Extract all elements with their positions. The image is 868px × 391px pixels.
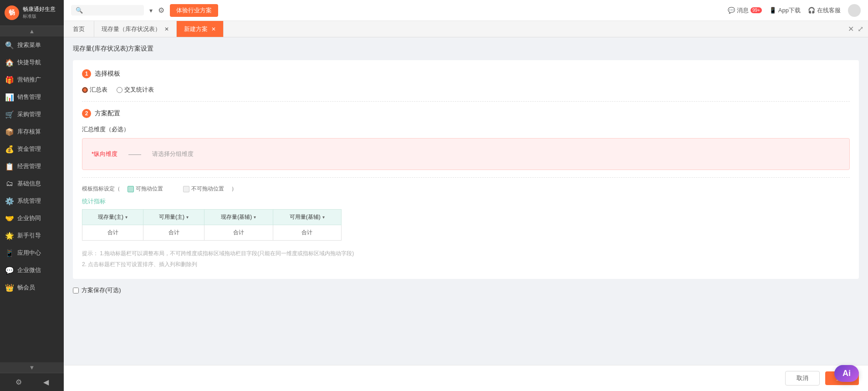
sidebar-item-shortcut[interactable]: 🏠 快捷导航 [0, 54, 64, 71]
main-area: 🔍 ▾ ⚙ 体验行业方案 💬 消息 99+ 📱 App下载 🎧 在线客服 [64, 0, 868, 391]
radio-summary-label[interactable]: 汇总表 [82, 86, 107, 94]
sidebar-item-basic[interactable]: 🗂 基础信息 [0, 175, 64, 192]
sidebar-item-search[interactable]: 🔍 搜索菜单 [0, 36, 64, 54]
table-th-3: 现存量(基辅) ▾ [204, 210, 273, 225]
sidebar-item-label: 采购管理 [17, 110, 41, 118]
settings-icon[interactable]: ⚙ [15, 378, 22, 386]
sidebar-item-label: 系统管理 [17, 197, 41, 205]
online-service-button[interactable]: 🎧 在线客服 [808, 6, 841, 15]
sidebar-item-label: 企业协同 [17, 214, 41, 222]
tab-inventory[interactable]: 现存量（库存状况表） ✕ [94, 21, 177, 37]
chevron-down-icon-2[interactable]: ▾ [186, 215, 189, 220]
sidebar-item-finance[interactable]: 💰 资金管理 [0, 140, 64, 158]
step2-header: 2 方案配置 [82, 109, 850, 118]
table-row: 合计 合计 合计 合计 [82, 225, 342, 241]
metric-end: ） [231, 185, 237, 193]
chevron-down-icon-1[interactable]: ▾ [125, 215, 128, 220]
sidebar-item-marketing[interactable]: 🎁 营销推广 [0, 71, 64, 88]
chevron-down-icon-4[interactable]: ▾ [322, 215, 325, 220]
trial-industry-button[interactable]: 体验行业方案 [170, 4, 218, 17]
radio-summary[interactable] [82, 87, 88, 93]
message-icon: 💬 [728, 7, 735, 14]
ai-fab-button[interactable]: Ai [834, 365, 859, 382]
radio-cross-label[interactable]: 交叉统计表 [117, 86, 154, 94]
step1-title: 选择模板 [95, 70, 120, 78]
app-download-label: App下载 [778, 6, 801, 15]
sidebar-item-operations[interactable]: 📋 经营管理 [0, 158, 64, 175]
sidebar-item-sales[interactable]: 📊 销售管理 [0, 88, 64, 106]
sidebar-item-label: 应用中心 [17, 249, 41, 257]
tab-new-plan-label: 新建方案 [184, 25, 208, 33]
sidebar-item-label: 营销推广 [17, 76, 41, 84]
tabs-bar: 首页 现存量（库存状况表） ✕ 新建方案 ✕ ✕ ⤢ [64, 21, 868, 37]
legend-draggable: 可拖动位置 [128, 185, 163, 193]
table-cell-1: 合计 [82, 225, 143, 241]
chart-icon: 📊 [5, 93, 14, 101]
message-label: 消息 [737, 6, 749, 15]
sidebar-item-inventory[interactable]: 📦 库存核算 [0, 123, 64, 140]
save-checkbox[interactable] [73, 288, 79, 293]
tips-title-text: 提示： [82, 250, 98, 257]
search-input[interactable] [85, 7, 139, 14]
chevron-down-icon-3[interactable]: ▾ [254, 215, 256, 220]
star-icon: 🌟 [5, 232, 14, 240]
th-3-text: 现存量(基辅) [221, 213, 252, 221]
dim-arrow-icon: —— [128, 150, 141, 158]
message-badge: 99+ [751, 7, 762, 13]
sidebar-item-apps[interactable]: 📱 应用中心 [0, 244, 64, 262]
sidebar-item-label: 畅会员 [17, 283, 35, 292]
sidebar-item-label: 企业微信 [17, 266, 41, 274]
expand-icon[interactable]: ⤢ [858, 25, 863, 33]
table-cell-3: 合计 [204, 225, 273, 241]
sidebar-item-wechat[interactable]: 💬 企业微信 [0, 262, 64, 279]
radio-summary-text: 汇总表 [90, 86, 107, 94]
home-icon: 🏠 [5, 58, 14, 67]
content-area: 现存量(库存状况表)方案设置 1 选择模板 汇总表 交叉统计表 2 [64, 37, 868, 365]
topbar-search-box[interactable]: 🔍 [71, 5, 144, 15]
tips-title: 提示： 1.拖动标题栏可以调整布局，不可跨维度或指标区域拖动栏目字段(只能在同一… [82, 248, 850, 259]
collapse-icon[interactable]: ◀ [43, 378, 49, 386]
metrics-table: 现存量(主) ▾ 可用量(主) ▾ [82, 209, 342, 241]
sidebar-item-system[interactable]: ⚙️ 系统管理 [0, 192, 64, 210]
dropdown-icon[interactable]: ▾ [149, 7, 153, 14]
tab-inventory-close-icon[interactable]: ✕ [164, 26, 169, 32]
cart-icon: 🛒 [5, 110, 14, 118]
section-divider-2 [82, 177, 850, 178]
gift-icon: 🎁 [5, 76, 14, 84]
mobile-icon: 📱 [5, 249, 14, 257]
app-name: 畅康通好生意 标准版 [23, 6, 56, 20]
cancel-button[interactable]: 取消 [785, 371, 820, 386]
sidebar-item-purchase[interactable]: 🛒 采购管理 [0, 106, 64, 123]
table-cell-2: 合计 [143, 225, 204, 241]
box-icon: 📦 [5, 128, 14, 136]
topbar-gear-icon[interactable]: ⚙ [158, 6, 164, 15]
table-th-1: 现存量(主) ▾ [82, 210, 143, 225]
tab-home[interactable]: 首页 [64, 21, 94, 37]
message-button[interactable]: 💬 消息 99+ [728, 6, 762, 15]
sidebar-scroll-down[interactable]: ▼ [0, 362, 64, 373]
user-avatar[interactable] [848, 4, 861, 17]
handshake-icon: 🤝 [5, 214, 14, 222]
money-icon: 💰 [5, 145, 14, 153]
chat-icon: 💬 [5, 266, 14, 274]
sidebar-item-newbie[interactable]: 🌟 新手引导 [0, 227, 64, 244]
online-service-label: 在线客服 [817, 6, 841, 15]
tab-new-plan-close-icon[interactable]: ✕ [211, 26, 216, 32]
tab-new-plan[interactable]: 新建方案 ✕ [177, 21, 224, 37]
sidebar-item-enterprise[interactable]: 🤝 企业协同 [0, 210, 64, 227]
metric-separator [170, 185, 176, 193]
radio-cross[interactable] [117, 87, 123, 93]
step1-header: 1 选择模板 [82, 69, 850, 78]
close-icon[interactable]: ✕ [848, 25, 854, 33]
sidebar-scroll-up[interactable]: ▲ [0, 26, 64, 36]
sidebar-item-member[interactable]: 👑 畅会员 [0, 279, 64, 296]
app-download-button[interactable]: 📱 App下载 [769, 6, 801, 15]
sidebar-item-label: 搜索菜单 [17, 41, 41, 49]
headset-icon: 🎧 [808, 7, 815, 14]
table-th-2: 可用量(主) ▾ [143, 210, 204, 225]
step2-badge: 2 [82, 109, 91, 118]
legend-non-draggable: 不可拖动位置 [183, 185, 224, 193]
search-menu-icon: 🔍 [5, 41, 14, 49]
radio-cross-text: 交叉统计表 [124, 86, 154, 94]
dim-field-label: *纵向维度 [92, 150, 117, 158]
